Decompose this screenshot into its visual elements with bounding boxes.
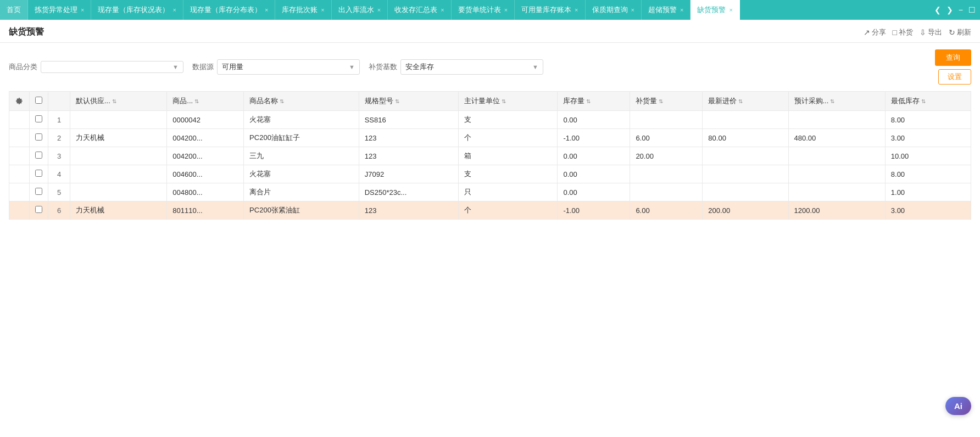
row-checkbox-cell[interactable] (30, 183, 48, 201)
tab-shortage-close[interactable]: × (729, 7, 732, 13)
product-code-sort[interactable]: 商品... ⇅ (172, 96, 199, 106)
tab-batch-close[interactable]: × (321, 7, 324, 13)
col-product-code-header[interactable]: 商品... ⇅ (167, 92, 244, 111)
col-unit-header[interactable]: 主计量单位 ⇅ (459, 92, 558, 111)
row-checkbox-1[interactable] (35, 133, 42, 141)
col-stock-header[interactable]: 库存量 ⇅ (558, 92, 630, 111)
tab-expiry-close[interactable]: × (631, 7, 634, 13)
stock-sort[interactable]: 库存量 ⇅ (563, 96, 591, 106)
row-replenish-0 (630, 111, 703, 129)
tab-next-button[interactable]: ❯ (944, 4, 955, 15)
row-checkbox-2[interactable] (35, 152, 42, 159)
col-replenish-header[interactable]: 补货量 ⇅ (630, 92, 703, 111)
tab-shortage[interactable]: 缺货预警 × (691, 0, 739, 20)
row-spec-0: SS816 (359, 111, 458, 129)
ai-badge[interactable]: Ai (945, 397, 971, 415)
tab-home[interactable]: 首页 (0, 0, 28, 20)
row-gear-cell (9, 147, 30, 165)
query-button[interactable]: 查询 (935, 49, 971, 66)
min-stock-sort[interactable]: 最低库存 ⇅ (891, 96, 926, 106)
row-stock-5: -1.00 (558, 201, 630, 220)
unit-sort[interactable]: 主计量单位 ⇅ (464, 96, 506, 106)
col-est-purchase-header[interactable]: 预计采购... ⇅ (788, 92, 885, 111)
row-checkbox-4[interactable] (35, 188, 42, 195)
row-checkbox-cell[interactable] (30, 129, 48, 147)
tab-maximize-button[interactable]: ☐ (966, 4, 978, 15)
tab-summary-close[interactable]: × (441, 7, 444, 13)
row-checkbox-3[interactable] (35, 170, 42, 177)
col-gear-header[interactable] (9, 92, 30, 111)
tab-picking[interactable]: 拣货异常处理 × (28, 0, 91, 20)
tab-overstock[interactable]: 超储预警 × (642, 0, 691, 20)
replenish-button[interactable]: □ 补货 (893, 27, 913, 37)
refresh-icon: ↻ (949, 28, 955, 37)
share-label: 分享 (872, 27, 886, 37)
tab-inout-close[interactable]: × (377, 7, 381, 13)
replenish-base-select[interactable]: 安全库存 ▼ (400, 59, 543, 75)
row-spec-1: 123 (359, 129, 458, 147)
tab-picking-label: 拣货异常处理 (35, 5, 77, 15)
row-unit-3: 支 (459, 165, 558, 183)
row-code-2: 004200... (167, 147, 244, 165)
category-select[interactable]: ▼ (41, 61, 183, 73)
row-latest-price-3 (703, 165, 788, 183)
select-all-checkbox[interactable] (35, 97, 42, 104)
tab-expiry[interactable]: 保质期查询 × (586, 0, 642, 20)
tab-summary[interactable]: 收发存汇总表 × (388, 0, 451, 20)
col-product-name-header[interactable]: 商品名称 ⇅ (244, 92, 359, 111)
tab-home-label: 首页 (7, 5, 21, 15)
row-checkbox-cell[interactable] (30, 147, 48, 165)
export-button[interactable]: ⇩ 导出 (920, 27, 942, 37)
tab-available-close[interactable]: × (575, 7, 578, 13)
replenish-sort[interactable]: 补货量 ⇅ (636, 96, 663, 106)
tab-available[interactable]: 可用量库存账本 × (515, 0, 585, 20)
row-stock-1: -1.00 (558, 129, 630, 147)
replenish-base-filter-group: 补货基数 安全库存 ▼ (369, 59, 543, 75)
tab-stock-dist-close[interactable]: × (265, 7, 268, 13)
tab-minimize-button[interactable]: − (956, 4, 965, 15)
est-purchase-sort[interactable]: 预计采购... ⇅ (794, 96, 835, 106)
row-checkbox-0[interactable] (35, 115, 42, 122)
row-checkbox-5[interactable] (35, 206, 42, 213)
row-checkbox-cell[interactable] (30, 165, 48, 183)
tab-inout[interactable]: 出入库流水 × (332, 0, 388, 20)
row-stock-4: 0.00 (558, 183, 630, 201)
settings-button[interactable]: 设置 (938, 69, 971, 85)
row-name-5: PC200张紧油缸 (244, 201, 359, 220)
tab-stock-status[interactable]: 现存量（库存状况表） × (91, 0, 183, 20)
row-num-2: 3 (48, 147, 70, 165)
product-name-sort[interactable]: 商品名称 ⇅ (249, 96, 284, 106)
datasource-select[interactable]: 可用量 ▼ (217, 59, 360, 75)
tab-stock-dist[interactable]: 现存量（库存分布表） × (183, 0, 275, 20)
tab-overstock-close[interactable]: × (680, 7, 683, 13)
row-checkbox-cell[interactable] (30, 201, 48, 220)
min-stock-sort-icon: ⇅ (921, 98, 926, 104)
tab-picking-close[interactable]: × (81, 7, 84, 13)
col-min-stock-header[interactable]: 最低库存 ⇅ (885, 92, 971, 111)
tab-batch[interactable]: 库存批次账 × (275, 0, 331, 20)
col-supplier-header[interactable]: 默认供应... ⇅ (70, 92, 167, 111)
tab-requisition[interactable]: 要货单统计表 × (452, 0, 515, 20)
latest-price-sort[interactable]: 最新进价 ⇅ (708, 96, 743, 106)
tab-requisition-close[interactable]: × (504, 7, 508, 13)
tab-prev-button[interactable]: ❮ (932, 4, 943, 15)
datasource-arrow-icon: ▼ (349, 64, 355, 70)
row-latest-price-4 (703, 183, 788, 201)
row-code-3: 004600... (167, 165, 244, 183)
spec-sort[interactable]: 规格型号 ⇅ (365, 96, 399, 106)
col-checkbox-header[interactable] (30, 92, 48, 111)
row-checkbox-cell[interactable] (30, 111, 48, 129)
row-min-stock-1: 3.00 (885, 129, 971, 147)
tab-available-label: 可用量库存账本 (521, 5, 571, 15)
tab-stock-status-close[interactable]: × (172, 7, 176, 13)
product-name-header-label: 商品名称 (249, 96, 278, 106)
share-button[interactable]: ↗ 分享 (864, 27, 886, 37)
row-min-stock-0: 8.00 (885, 111, 971, 129)
row-num-0: 1 (48, 111, 70, 129)
col-latest-price-header[interactable]: 最新进价 ⇅ (703, 92, 788, 111)
row-min-stock-2: 10.00 (885, 147, 971, 165)
supplier-sort[interactable]: 默认供应... ⇅ (76, 96, 116, 106)
row-supplier-5: 力天机械 (70, 201, 167, 220)
refresh-button[interactable]: ↻ 刷新 (949, 27, 971, 37)
col-spec-header[interactable]: 规格型号 ⇅ (359, 92, 458, 111)
